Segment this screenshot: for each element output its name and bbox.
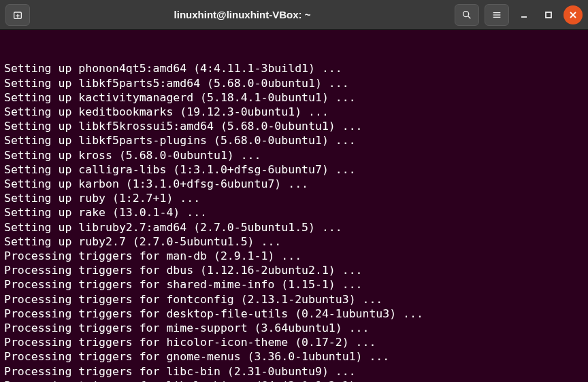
terminal-line: Processing triggers for mime-support (3.… xyxy=(4,321,584,335)
close-icon xyxy=(569,11,577,19)
terminal-line: Setting up rake (13.0.1-4) ... xyxy=(4,205,584,220)
maximize-icon xyxy=(544,11,553,19)
terminal-line: Setting up calligra-libs (1:3.1.0+dfsg-6… xyxy=(4,162,584,177)
search-button[interactable] xyxy=(455,4,479,26)
hamburger-icon xyxy=(491,10,502,20)
window-title: linuxhint@linuxhint-VBox: ~ xyxy=(35,9,449,20)
terminal-line: Setting up libkf5parts5:amd64 (5.68.0-0u… xyxy=(4,76,584,90)
menu-button[interactable] xyxy=(485,4,509,26)
terminal-line: Setting up libruby2.7:amd64 (2.7.0-5ubun… xyxy=(4,220,584,235)
svg-point-3 xyxy=(463,11,469,16)
minimize-button[interactable] xyxy=(514,5,534,24)
terminal-line: Processing triggers for gnome-menus (3.3… xyxy=(4,349,584,364)
terminal-line: Setting up phonon4qt5:amd64 (4:4.11.1-3b… xyxy=(4,61,584,75)
titlebar: linuxhint@linuxhint-VBox: ~ xyxy=(0,0,588,30)
terminal-line: Processing triggers for man-db (2.9.1-1)… xyxy=(4,249,584,263)
terminal-line: Processing triggers for libc-bin (2.31-0… xyxy=(4,364,584,379)
terminal-line: Processing triggers for dbus (1.12.16-2u… xyxy=(4,263,584,277)
terminal-line: Processing triggers for hicolor-icon-the… xyxy=(4,335,584,349)
terminal-line: Setting up kross (5.68.0-0ubuntu1) ... xyxy=(4,148,584,162)
terminal-line: Setting up libkf5krossui5:amd64 (5.68.0-… xyxy=(4,119,584,133)
svg-line-4 xyxy=(468,16,470,18)
terminal-line: Processing triggers for desktop-file-uti… xyxy=(4,307,584,321)
search-icon xyxy=(461,10,472,20)
terminal-line: Processing triggers for libvlc-bin:amd64… xyxy=(4,379,584,382)
close-button[interactable] xyxy=(564,5,583,24)
new-tab-button[interactable] xyxy=(5,4,30,26)
terminal-line: Setting up ruby2.7 (2.7.0-5ubuntu1.5) ..… xyxy=(4,235,584,249)
terminal-line: Setting up ruby (1:2.7+1) ... xyxy=(4,191,584,205)
terminal-viewport[interactable]: Setting up phonon4qt5:amd64 (4:4.11.1-3b… xyxy=(0,30,588,382)
terminal-line: Setting up kactivitymanagerd (5.18.4.1-0… xyxy=(4,90,584,105)
new-tab-icon xyxy=(12,10,23,20)
terminal-line: Setting up keditbookmarks (19.12.3-0ubun… xyxy=(4,105,584,119)
minimize-icon xyxy=(520,11,528,19)
maximize-button[interactable] xyxy=(539,5,558,24)
terminal-line: Setting up libkf5parts-plugins (5.68.0-0… xyxy=(4,133,584,147)
titlebar-right xyxy=(455,4,583,26)
terminal-line: Setting up karbon (1:3.1.0+dfsg-6ubuntu7… xyxy=(4,177,584,191)
terminal-line: Processing triggers for fontconfig (2.13… xyxy=(4,292,584,307)
terminal-output: Setting up phonon4qt5:amd64 (4:4.11.1-3b… xyxy=(4,61,584,382)
titlebar-left xyxy=(5,4,30,26)
terminal-line: Processing triggers for shared-mime-info… xyxy=(4,277,584,292)
svg-rect-9 xyxy=(546,12,551,18)
